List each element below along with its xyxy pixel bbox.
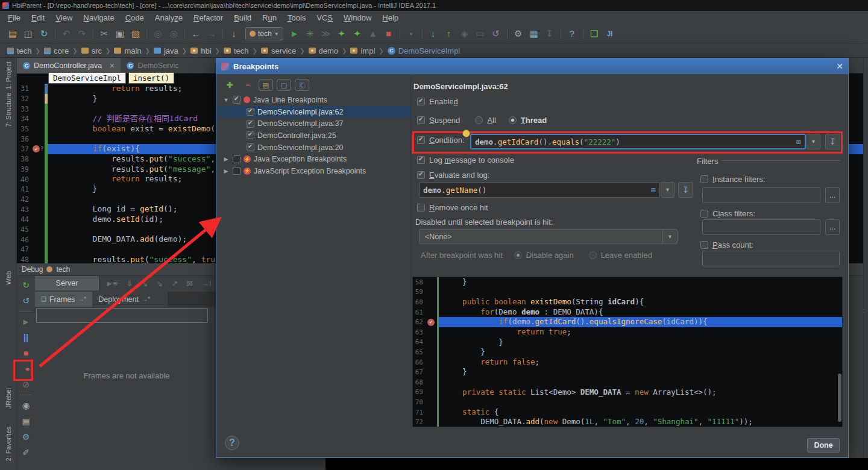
expand-editor-icon[interactable]: ⊞ (651, 186, 656, 195)
breakpoint-group[interactable]: ▶⚡Java Exception Breakpoints (218, 153, 410, 165)
menu-file[interactable]: File (2, 11, 26, 25)
replace-icon[interactable]: ◎ (166, 25, 181, 42)
line-number[interactable]: 32 (17, 95, 33, 103)
window-icon[interactable]: ❏ (587, 25, 602, 42)
line-number[interactable]: 44 (17, 215, 33, 224)
step-out-icon[interactable]: ↗ (171, 279, 178, 288)
tab-demoservic[interactable]: CDemoServic (121, 58, 184, 74)
class-filters-more-button[interactable]: ... (825, 219, 840, 235)
breakpoint-item[interactable]: DemoServiceImpl.java:62 (218, 106, 410, 118)
suspend-checkbox[interactable] (417, 116, 425, 124)
tool-stripe-jrebel[interactable]: JRebel (0, 388, 17, 409)
help-icon[interactable]: ? (564, 25, 580, 42)
breakpoint-checkbox[interactable] (247, 131, 254, 139)
plugin-ji-icon[interactable]: JI (602, 25, 618, 42)
settings-icon[interactable]: ⚙ (17, 429, 35, 445)
breadcrumb-demoserviceimpl[interactable]: CDemoServiceImpl (385, 46, 463, 55)
instance-filters-checkbox[interactable] (700, 175, 708, 183)
evaluate-dropdown-button[interactable]: ▼ (661, 182, 675, 198)
breadcrumb-chip-method[interactable]: insert() (128, 72, 174, 84)
breakpoint-group[interactable]: ▶⚡JavaScript Exception Breakpoints (218, 165, 410, 177)
stop-icon[interactable]: ■ (17, 345, 35, 361)
group-by-file-button[interactable]: ▢ (277, 79, 291, 91)
forward-icon[interactable]: → (204, 25, 219, 42)
close-icon[interactable]: ✕ (836, 61, 843, 71)
breadcrumb-java[interactable]: java (151, 46, 181, 55)
line-number[interactable]: 39 (17, 165, 33, 174)
tab-democontroller-java[interactable]: CDemoController.java✕ (17, 58, 121, 74)
menu-navigate[interactable]: Navigate (78, 11, 119, 25)
menu-build[interactable]: Build (228, 11, 257, 25)
rollback-icon[interactable]: ↺ (488, 25, 504, 42)
suspend-all-radio[interactable] (475, 116, 483, 124)
settings-icon[interactable]: ⚙ (511, 25, 526, 42)
pass-count-checkbox[interactable] (700, 241, 708, 249)
pin-icon[interactable]: ✐ (17, 445, 35, 460)
subtab-deployment[interactable]: Deployment→* (92, 292, 156, 307)
rerun-icon[interactable]: ↻ (17, 277, 35, 293)
intention-bulb-icon[interactable] (462, 130, 470, 137)
menu-analyze[interactable]: Analyze (149, 11, 188, 25)
expander-icon[interactable]: ▼ (222, 97, 230, 103)
sync-icon[interactable]: ↻ (36, 25, 52, 42)
expander-icon[interactable]: ▶ (222, 156, 230, 162)
undo-icon[interactable]: ↶ (58, 25, 74, 42)
line-number[interactable]: 36 (17, 135, 33, 143)
menu-view[interactable]: View (50, 11, 78, 25)
breakpoint-icon[interactable]: ✔? (33, 145, 45, 152)
step-into-icon[interactable]: ↘ (141, 279, 148, 288)
debug-icon[interactable]: ✳ (303, 25, 318, 42)
line-number[interactable]: 38 (17, 155, 33, 163)
breadcrumb-core[interactable]: core (42, 46, 71, 55)
line-number[interactable]: 33 (17, 105, 33, 113)
show-execution-point-icon[interactable]: ►≡ (105, 279, 118, 288)
breakpoint-checkbox[interactable] (247, 143, 254, 151)
line-number[interactable]: 40 (17, 175, 33, 184)
refresh-icon[interactable]: ↺ (17, 293, 35, 309)
evaluate-input[interactable]: demo.getName() ⊞ (419, 182, 660, 198)
copy-icon[interactable]: ▣ (112, 25, 128, 42)
coverage-icon[interactable]: ≫ (318, 25, 334, 42)
profile2-icon[interactable]: ✦ (350, 25, 365, 42)
run-config-combo[interactable]: tech▼ (245, 27, 283, 40)
breakpoint-item[interactable]: DemoController.java:25 (218, 130, 410, 142)
menu-run[interactable]: Run (257, 11, 282, 25)
breakpoint-checkbox[interactable] (233, 167, 241, 175)
breadcrumb-hbi[interactable]: hbi (188, 46, 213, 55)
back-icon[interactable]: ← (188, 25, 204, 42)
stop-icon[interactable]: ■ (381, 25, 397, 42)
expander-icon[interactable]: ▶ (222, 168, 230, 174)
help-button[interactable]: ? (225, 436, 239, 450)
breakpoint-checkbox[interactable] (247, 120, 254, 128)
line-number[interactable]: 46 (17, 236, 33, 244)
breadcrumb-src[interactable]: src (79, 46, 104, 55)
breakpoint-item[interactable]: DemoServiceImpl.java:37 (218, 118, 410, 130)
find-icon[interactable]: ◎ (150, 25, 166, 42)
lock-icon[interactable]: ◈ (457, 25, 473, 42)
menu-refactor[interactable]: Refactor (188, 11, 228, 25)
frames-combo[interactable] (36, 308, 208, 323)
disable-again-radio[interactable] (514, 251, 522, 259)
breakpoint-item[interactable]: DemoServiceImpl.java:20 (218, 142, 410, 154)
breadcrumb-chip-class[interactable]: DemoServiceImpl (48, 72, 126, 84)
drop-frame-icon[interactable]: ⊠ (186, 279, 193, 288)
tool-stripe-structure[interactable]: 7: Structure (0, 93, 17, 127)
breadcrumb-tech[interactable]: tech (221, 46, 251, 55)
line-number[interactable]: 37 (17, 145, 33, 153)
download-icon[interactable]: ↧ (542, 25, 558, 42)
done-button[interactable]: Done (807, 438, 840, 453)
run-icon[interactable]: ► (287, 25, 303, 42)
line-number[interactable]: 47 (17, 245, 33, 254)
profile-icon[interactable]: ✦ (334, 25, 350, 42)
close-icon[interactable]: ✕ (109, 62, 115, 70)
breadcrumb-main[interactable]: main (112, 46, 143, 55)
remove-once-checkbox[interactable] (417, 204, 425, 212)
class-filters-input[interactable] (702, 219, 820, 235)
step-over-icon[interactable]: ⇓ (126, 279, 133, 288)
pass-count-input[interactable] (702, 251, 840, 266)
project-structure-icon[interactable]: ▦ (526, 25, 542, 42)
add-breakpoint-button[interactable]: ✚ (222, 79, 237, 91)
line-number[interactable]: 48 (17, 255, 33, 264)
open-icon[interactable]: ▤ (5, 25, 20, 42)
save-icon[interactable]: ◫ (20, 25, 36, 42)
